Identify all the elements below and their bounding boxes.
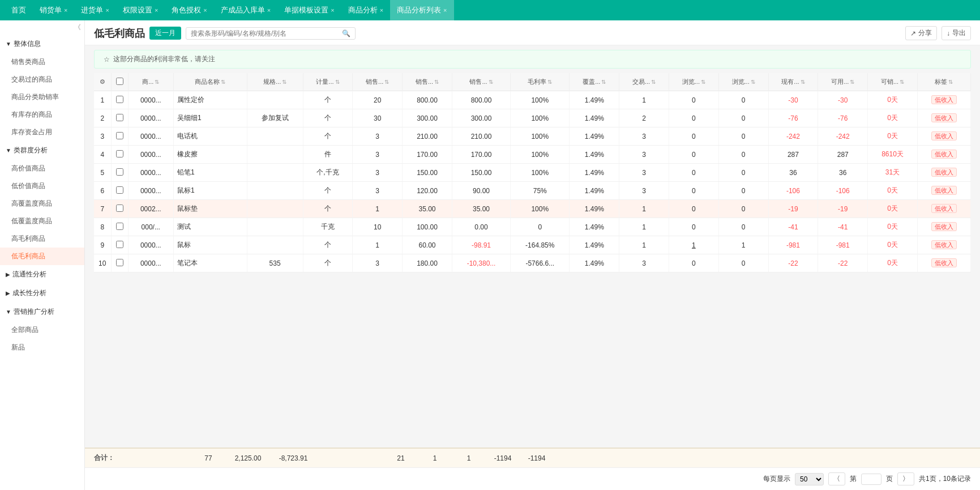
per-page-select[interactable]: 50 100 200	[795, 473, 824, 485]
arrow-marketing-icon: ▼	[6, 309, 11, 315]
nav-item-analysis[interactable]: 商品分析 ×	[341, 0, 390, 20]
next-page-btn[interactable]: 〉	[897, 472, 914, 485]
browse1-link[interactable]: 1	[692, 241, 696, 249]
row-checkbox-cell[interactable]	[111, 109, 128, 127]
sidebar-item-all-goods[interactable]: 全部商品	[0, 321, 84, 339]
nav-item-template[interactable]: 单据模板设置 ×	[277, 0, 341, 20]
row-checkbox[interactable]	[116, 132, 123, 139]
row-checkbox[interactable]	[116, 241, 123, 248]
th-sale3[interactable]: 销售...⇅	[452, 73, 510, 91]
row-stock1: -106	[768, 182, 818, 200]
row-checkbox-cell[interactable]	[111, 164, 128, 182]
close-product-warehouse-icon[interactable]: ×	[267, 7, 271, 14]
row-coverage: 1.49%	[570, 236, 619, 254]
th-margin[interactable]: 毛利率⇅	[511, 73, 570, 91]
nav-item-product-warehouse[interactable]: 产成品入库单 ×	[214, 0, 277, 20]
th-checkbox[interactable]	[111, 73, 128, 91]
nav-item-home[interactable]: 首页	[5, 0, 33, 20]
sidebar-item-category-rate[interactable]: 商品分类助销率	[0, 88, 84, 106]
th-stock1[interactable]: 现有...⇅	[768, 73, 818, 91]
close-sales-icon[interactable]: ×	[64, 7, 67, 14]
row-checkbox-cell[interactable]	[111, 254, 128, 272]
th-stock3[interactable]: 可销...⇅	[868, 73, 918, 91]
row-stock2: -41	[818, 218, 868, 236]
close-permissions-icon[interactable]: ×	[155, 7, 158, 14]
sidebar-item-new-goods[interactable]: 新品	[0, 339, 84, 356]
row-stock2: 287	[818, 146, 868, 164]
th-trade[interactable]: 交易...⇅	[619, 73, 669, 91]
row-checkbox-cell[interactable]	[111, 182, 128, 200]
sidebar-item-high-value[interactable]: 高价值商品	[0, 160, 84, 177]
footer-sale1	[123, 454, 191, 462]
footer-trade-total: 21	[384, 454, 418, 462]
sidebar-section-overall[interactable]: ▼ 整体信息	[0, 35, 84, 53]
sidebar-item-sales-goods[interactable]: 销售类商品	[0, 53, 84, 71]
sidebar-section-cluster[interactable]: ▼ 类群度分析	[0, 141, 84, 160]
row-checkbox-cell[interactable]	[111, 236, 128, 254]
close-analysis-list-icon[interactable]: ×	[443, 7, 447, 14]
row-code: 0000...	[128, 91, 174, 109]
data-table: ⚙ 商...⇅ 商品名称⇅ 规格...⇅ 计量...⇅ 销售...⇅ 销售...…	[94, 73, 971, 272]
th-sale2[interactable]: 销售...⇅	[403, 73, 452, 91]
sidebar-item-low-value[interactable]: 低价值商品	[0, 177, 84, 195]
th-name[interactable]: 商品名称⇅	[174, 73, 247, 91]
row-checkbox-cell[interactable]	[111, 91, 128, 109]
row-checkbox[interactable]	[116, 186, 123, 194]
th-spec[interactable]: 规格...⇅	[247, 73, 303, 91]
close-roles-icon[interactable]: ×	[203, 7, 207, 14]
row-checkbox[interactable]	[116, 168, 123, 176]
th-sale1[interactable]: 销售...⇅	[353, 73, 403, 91]
select-all-checkbox[interactable]	[116, 78, 123, 85]
search-input[interactable]	[191, 29, 342, 37]
nav-item-analysis-list[interactable]: 商品分析列表 ×	[390, 0, 453, 20]
sidebar-section-growth[interactable]: ▶ 成长性分析	[0, 284, 84, 302]
row-stock1: -242	[768, 127, 818, 146]
th-settings[interactable]: ⚙	[94, 73, 111, 91]
row-checkbox[interactable]	[116, 150, 123, 157]
collapse-btn[interactable]: 《	[0, 20, 84, 35]
th-browse2[interactable]: 浏览...⇅	[718, 73, 768, 91]
sidebar-item-stock-capital[interactable]: 库存资金占用	[0, 123, 84, 141]
page-input[interactable]: 1	[861, 474, 881, 485]
row-browse1: 0	[669, 127, 718, 146]
sidebar-item-low-coverage[interactable]: 低覆盖度商品	[0, 212, 84, 230]
share-btn[interactable]: ↗ 分享	[905, 26, 937, 40]
sidebar-section-liquidity[interactable]: ▶ 流通性分析	[0, 265, 84, 284]
row-trade: 3	[619, 164, 669, 182]
row-checkbox[interactable]	[116, 223, 123, 230]
nav-item-purchase[interactable]: 进货单 ×	[74, 0, 115, 20]
export-btn[interactable]: ↓ 导出	[942, 26, 971, 40]
row-checkbox[interactable]	[116, 259, 123, 266]
row-checkbox-cell[interactable]	[111, 218, 128, 236]
nav-item-roles[interactable]: 角色授权 ×	[165, 0, 213, 20]
th-unit[interactable]: 计量...⇅	[303, 73, 353, 91]
close-template-icon[interactable]: ×	[331, 7, 334, 14]
nav-item-sales[interactable]: 销货单 ×	[33, 0, 74, 20]
close-analysis-icon[interactable]: ×	[380, 7, 383, 14]
nav-item-permissions[interactable]: 权限设置 ×	[116, 0, 165, 20]
th-code[interactable]: 商...⇅	[128, 73, 174, 91]
row-checkbox[interactable]	[116, 96, 123, 103]
row-checkbox[interactable]	[116, 204, 123, 212]
th-tag[interactable]: 标签⇅	[917, 73, 970, 91]
sidebar-section-marketing[interactable]: ▼ 营销推广分析	[0, 302, 84, 321]
th-stock2[interactable]: 可用...⇅	[818, 73, 868, 91]
filter-month-btn[interactable]: 近一月	[149, 27, 181, 40]
sidebar-item-inventory-goods[interactable]: 有库存的商品	[0, 106, 84, 123]
sidebar-item-traded-goods[interactable]: 交易过的商品	[0, 71, 84, 88]
search-icon[interactable]: 🔍	[342, 29, 350, 37]
row-checkbox[interactable]	[116, 114, 123, 121]
row-sale2: 170.00	[403, 146, 452, 164]
footer-label: 合计：	[94, 453, 114, 463]
th-coverage[interactable]: 覆盖...⇅	[570, 73, 619, 91]
sidebar-item-low-margin[interactable]: 低毛利商品	[0, 248, 84, 265]
prev-page-btn[interactable]: 〈	[828, 472, 845, 485]
sidebar-item-high-coverage[interactable]: 高覆盖度商品	[0, 195, 84, 212]
th-browse1[interactable]: 浏览...⇅	[669, 73, 718, 91]
row-checkbox-cell[interactable]	[111, 200, 128, 218]
sidebar-item-high-margin[interactable]: 高毛利商品	[0, 230, 84, 248]
row-checkbox-cell[interactable]	[111, 127, 128, 146]
row-sale1: 1	[353, 200, 403, 218]
close-purchase-icon[interactable]: ×	[105, 7, 109, 14]
row-checkbox-cell[interactable]	[111, 146, 128, 164]
